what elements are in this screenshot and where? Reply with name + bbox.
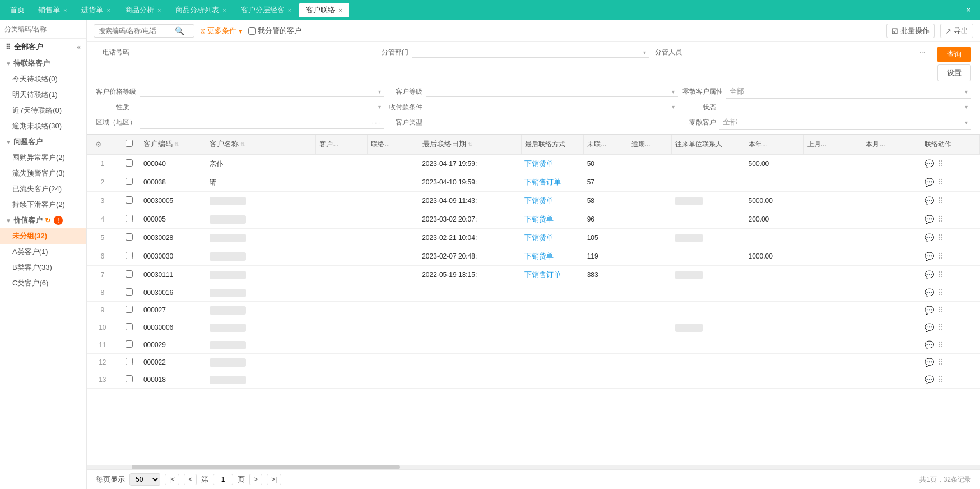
row-checkbox-cell[interactable]	[118, 354, 140, 371]
more-filters-btn[interactable]: ⧖ 更多条件 ▾	[200, 26, 243, 36]
row-checkbox[interactable]	[126, 375, 133, 382]
nav-tab-sales[interactable]: 销售单 ×	[31, 3, 73, 17]
dept-select[interactable]: ▾	[412, 48, 649, 58]
close-tab-purchase-icon[interactable]: ×	[106, 7, 110, 13]
settings-icon[interactable]: ⚙	[90, 140, 107, 149]
sidebar-item-today[interactable]: 今天待联络(0)	[0, 71, 86, 87]
row-checkbox-cell[interactable]	[118, 371, 140, 389]
grid-action-icon[interactable]: ⠿	[937, 215, 943, 224]
last-method-link[interactable]: 下销货单	[524, 159, 554, 168]
col-checkbox[interactable]	[118, 135, 140, 154]
row-checkbox-cell[interactable]	[118, 229, 140, 247]
next-page-btn[interactable]: >	[249, 474, 262, 485]
grid-action-icon[interactable]: ⠿	[937, 340, 943, 349]
row-checkbox-cell[interactable]	[118, 210, 140, 229]
nav-tab-purchase[interactable]: 进货单 ×	[75, 3, 117, 17]
nav-tab-customer-segment[interactable]: 客户分层经客 ×	[234, 3, 298, 17]
page-size-select[interactable]: 50 20 100	[129, 473, 160, 486]
row-checkbox[interactable]	[126, 178, 133, 185]
nav-tab-home[interactable]: 首页	[4, 3, 30, 17]
grid-action-icon[interactable]: ⠿	[937, 233, 943, 242]
query-button[interactable]: 查询	[937, 47, 971, 62]
chat-icon[interactable]: 💬	[925, 215, 934, 224]
row-checkbox[interactable]	[126, 215, 133, 222]
chat-icon[interactable]: 💬	[925, 159, 934, 168]
last-method-link[interactable]: 下销售订单	[524, 270, 561, 279]
last-method-link[interactable]: 下销售订单	[524, 178, 561, 186]
close-tab-analysis-icon[interactable]: ×	[157, 7, 161, 13]
price-select[interactable]: ▾	[140, 87, 384, 97]
chat-icon[interactable]: 💬	[925, 288, 934, 297]
level-select[interactable]: ▾	[426, 87, 677, 97]
gender-select[interactable]: ▾	[133, 102, 384, 112]
row-checkbox-cell[interactable]	[118, 284, 140, 302]
scatter-select[interactable]: 全部 ▾	[719, 116, 971, 130]
grid-action-icon[interactable]: ⠿	[937, 178, 943, 187]
row-checkbox[interactable]	[126, 323, 133, 330]
close-all-tabs-icon[interactable]: ×	[962, 5, 976, 15]
reset-button[interactable]: 设置	[937, 64, 971, 81]
pay-select[interactable]: ▾	[426, 102, 677, 112]
sidebar-item-a-class[interactable]: A类客户(1)	[0, 244, 86, 260]
grid-action-icon[interactable]: ⠿	[937, 323, 943, 332]
horizontal-scrollbar[interactable]	[87, 465, 980, 469]
all-customers-header[interactable]: ⠿ 全部客户 «	[0, 39, 86, 56]
status-select[interactable]: ▾	[719, 102, 971, 112]
sidebar-item-churn-warning[interactable]: 流失预警客户(3)	[0, 165, 86, 181]
chat-icon[interactable]: 💬	[925, 358, 934, 367]
select-all-checkbox[interactable]	[126, 140, 133, 147]
last-method-link[interactable]: 下销货单	[524, 252, 554, 260]
sidebar-item-hoarding[interactable]: 囤购异常客户(2)	[0, 150, 86, 165]
nav-tab-analysis-list[interactable]: 商品分析列表 ×	[169, 3, 233, 17]
refresh-icon[interactable]: ↻	[45, 216, 50, 224]
grid-action-icon[interactable]: ⠿	[937, 252, 943, 261]
export-btn[interactable]: ↗ 导出	[940, 24, 973, 38]
main-search-icon[interactable]: 🔍	[175, 26, 184, 35]
row-checkbox[interactable]	[126, 196, 133, 204]
page-number-input[interactable]	[213, 474, 233, 485]
chat-icon[interactable]: 💬	[925, 306, 934, 315]
my-customers-checkbox[interactable]: 我分管的客户	[248, 26, 301, 36]
grid-action-icon[interactable]: ⠿	[937, 375, 943, 384]
first-page-btn[interactable]: |<	[165, 474, 179, 485]
row-checkbox-cell[interactable]	[118, 192, 140, 210]
prev-page-btn[interactable]: <	[184, 474, 197, 485]
sidebar-item-overdue[interactable]: 逾期未联络(30)	[0, 118, 86, 134]
region-select[interactable]: ···	[140, 117, 384, 129]
row-checkbox-cell[interactable]	[118, 154, 140, 173]
close-tab-segment-icon[interactable]: ×	[288, 7, 291, 13]
grid-action-icon[interactable]: ⠿	[937, 270, 943, 279]
phone-input[interactable]	[133, 47, 370, 58]
grid-action-icon[interactable]: ⠿	[937, 159, 943, 168]
sidebar-collapse-icon[interactable]: «	[77, 43, 81, 51]
row-checkbox[interactable]	[126, 159, 133, 167]
type-select[interactable]	[426, 121, 677, 124]
row-checkbox-cell[interactable]	[118, 319, 140, 336]
grid-action-icon[interactable]: ⠿	[937, 306, 943, 315]
row-checkbox[interactable]	[126, 270, 133, 278]
last-method-link[interactable]: 下销货单	[524, 215, 554, 223]
chat-icon[interactable]: 💬	[925, 270, 934, 279]
col-settings[interactable]: ⚙	[87, 135, 118, 154]
close-tab-sales-icon[interactable]: ×	[63, 7, 67, 13]
person-dots-icon[interactable]: ···	[919, 48, 925, 56]
person-select[interactable]: ···	[685, 47, 928, 58]
row-checkbox-cell[interactable]	[118, 336, 140, 354]
grid-action-icon[interactable]: ⠿	[937, 358, 943, 367]
last-method-link[interactable]: 下销货单	[524, 196, 554, 205]
nav-tab-customer-contact[interactable]: 客户联络 ×	[299, 3, 349, 17]
sidebar-item-churned[interactable]: 已流失客户(24)	[0, 181, 86, 197]
scroll-thumb[interactable]	[132, 465, 400, 469]
my-customers-check[interactable]	[248, 27, 256, 35]
row-checkbox[interactable]	[126, 340, 133, 348]
sidebar-item-ungroup[interactable]: 未分组(32)	[0, 228, 86, 244]
sidebar-item-tomorrow[interactable]: 明天待联络(1)	[0, 87, 86, 103]
sidebar-item-b-class[interactable]: B类客户(33)	[0, 260, 86, 275]
sidebar-item-declining[interactable]: 持续下滑客户(2)	[0, 197, 86, 213]
row-checkbox[interactable]	[126, 306, 133, 313]
batch-op-btn[interactable]: ☑ 批量操作	[886, 24, 935, 38]
row-checkbox-cell[interactable]	[118, 266, 140, 284]
grid-action-icon[interactable]: ⠿	[937, 196, 943, 205]
row-checkbox-cell[interactable]	[118, 173, 140, 192]
main-search-input[interactable]	[99, 27, 171, 35]
